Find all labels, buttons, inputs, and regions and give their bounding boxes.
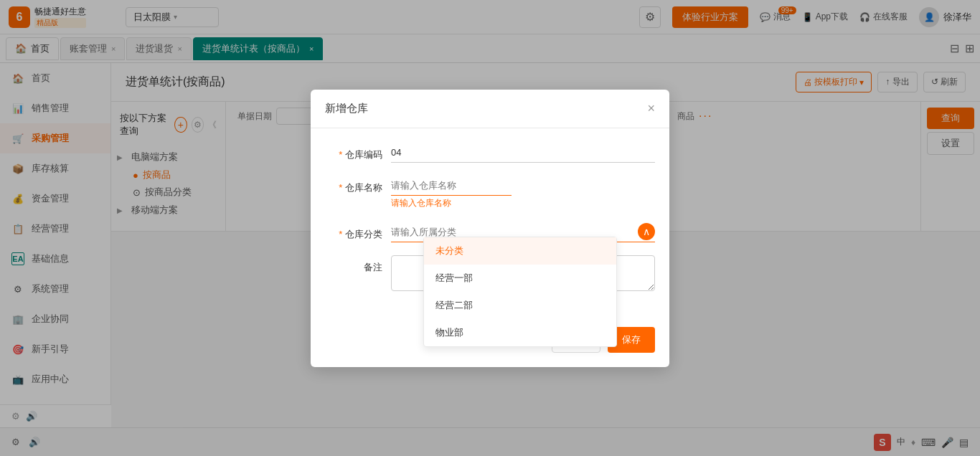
name-input-wrap: 请输入仓库名称: [391, 176, 512, 209]
modal-header: 新增仓库 ×: [311, 90, 669, 128]
name-label: 仓库名称: [325, 176, 382, 209]
category-dropdown-list: 未分类 经营一部 经营二部 物业部: [423, 237, 617, 347]
form-row-code: 仓库编码: [325, 143, 655, 163]
category-label: 仓库分类: [325, 222, 382, 241]
warehouse-code-input[interactable]: [391, 143, 655, 163]
dropdown-item-unclassified[interactable]: 未分类: [424, 237, 616, 265]
dropdown-item-property[interactable]: 物业部: [424, 319, 616, 346]
name-error-msg: 请输入仓库名称: [391, 197, 512, 209]
form-row-name: 仓库名称 请输入仓库名称: [325, 176, 655, 209]
code-label: 仓库编码: [325, 143, 382, 161]
dropdown-item-dept1[interactable]: 经营一部: [424, 265, 616, 292]
modal-overlay[interactable]: 新增仓库 × 仓库编码 仓库名称 请输入仓库名称 仓库分: [0, 0, 980, 456]
warehouse-name-input[interactable]: [391, 176, 512, 196]
remark-label: 备注: [325, 255, 382, 274]
modal-close-button[interactable]: ×: [647, 101, 655, 116]
dropdown-item-dept2[interactable]: 经营二部: [424, 292, 616, 319]
category-dropdown-toggle[interactable]: ∧: [638, 223, 655, 240]
